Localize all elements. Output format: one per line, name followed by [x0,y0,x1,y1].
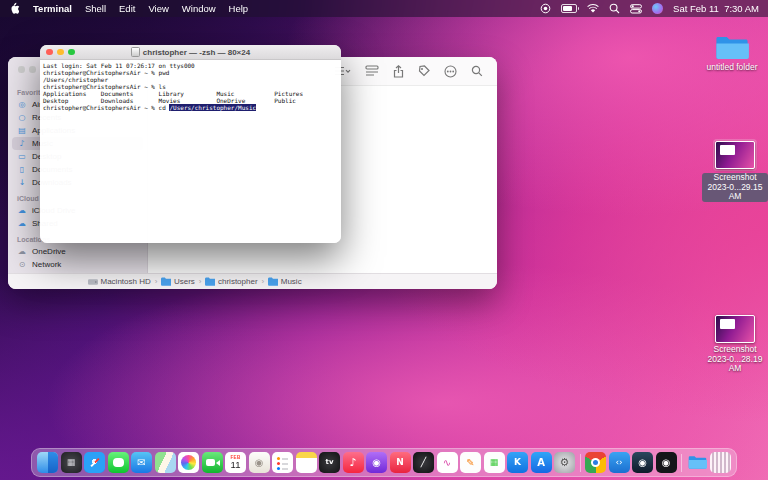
shared-icon: ☁ [17,219,27,228]
downloads-icon: ↓ [17,178,27,187]
dock-separator [681,454,682,472]
folder-icon [715,35,749,61]
desktop-icon-screenshot-1[interactable]: Screenshot 2023-0...29.15 AM [702,139,768,202]
sidebar-item-network[interactable]: ⊙Network [12,258,143,271]
music-folder-icon [268,277,278,287]
dock-news[interactable]: N [390,452,411,473]
dock: ▦ ✉ FEB11 ◉ tv ♪ ◉ N ╱ ∿ ✎ ▦ K A ⚙ ‹› ◉ … [31,448,737,477]
screenshot-thumbnail [715,315,755,343]
dock-photos[interactable] [178,452,199,473]
dock-system-settings[interactable]: ⚙ [554,452,575,473]
dock-vscode[interactable]: ‹› [609,452,630,473]
menu-window[interactable]: Window [182,3,216,14]
terminal-line: Last login: Sat Feb 11 07:26:17 on ttys0… [43,62,338,69]
dock-calendar[interactable]: FEB11 [225,452,246,473]
dock-notes[interactable] [296,452,317,473]
minimize-button[interactable] [29,66,36,73]
dock-messages[interactable] [108,452,129,473]
control-center-icon[interactable] [630,4,642,14]
dock-pages[interactable]: ✎ [460,452,481,473]
dock-trash[interactable] [710,452,731,473]
more-options-icon[interactable] [444,65,457,78]
terminal-line: christopher@ChristophersAir ~ % pwd [43,69,338,76]
terminal-selected-text: /Users/christopher/Music [169,104,256,111]
menu-help[interactable]: Help [229,3,249,14]
dock-mail[interactable]: ✉ [131,452,152,473]
desktop[interactable]: untitled folder Screenshot 2023-0...29.1… [0,0,768,480]
spotlight-icon[interactable] [609,3,620,14]
network-icon: ⊙ [17,260,27,269]
disk-icon [88,277,98,287]
terminal-line: Applications Documents Library Music Pic… [43,90,338,97]
minimize-button[interactable] [57,49,64,56]
path-separator: › [155,277,158,286]
desktop-folder-icon: ▭ [17,152,27,161]
desktop-icon-label: Screenshot 2023-0...28.19 AM [702,345,768,374]
zoom-button[interactable] [68,49,75,56]
terminal-proxy-icon [131,47,140,57]
dock-downloads-folder[interactable] [687,452,708,473]
dock-steam[interactable]: ◉ [632,452,653,473]
dock-separator [580,454,581,472]
wifi-icon[interactable] [587,4,599,13]
desktop-icon-untitled-folder[interactable]: untitled folder [699,35,765,73]
terminal-line: /Users/christopher [43,76,338,83]
tag-icon[interactable] [418,65,430,77]
path-crumb-macintosh-hd[interactable]: Macintosh HD [88,277,151,287]
dock-facetime[interactable] [202,452,223,473]
dock-music[interactable]: ♪ [343,452,364,473]
dock-maps[interactable] [155,452,176,473]
airdrop-icon: ◎ [17,100,27,109]
path-separator: › [262,277,265,286]
dock-keynote[interactable]: K [507,452,528,473]
battery-icon[interactable] [561,4,577,13]
siri-icon[interactable] [652,3,663,14]
dock-github[interactable]: ◉ [656,452,677,473]
dock-chrome[interactable] [585,452,606,473]
app-menu-terminal[interactable]: Terminal [33,3,72,14]
desktop-icon-label: Screenshot 2023-0...29.15 AM [702,173,768,202]
dock-launchpad[interactable]: ▦ [61,452,82,473]
dock-safari[interactable] [84,452,105,473]
terminal-prompt-line: christopher@ChristophersAir ~ % cd /User… [43,104,338,111]
documents-icon: ▯ [17,165,27,174]
terminal-window[interactable]: christopher — -zsh — 80×24 Last login: S… [40,45,341,243]
sidebar-item-onedrive[interactable]: ☁OneDrive [12,245,143,258]
menu-bar: Terminal Shell Edit View Window Help Sat… [0,0,768,17]
search-icon[interactable] [471,65,483,77]
folder-icon [161,277,171,287]
menu-bar-clock[interactable]: Sat Feb 11 7:30 AM [673,3,759,14]
home-folder-icon [205,277,215,287]
apple-menu[interactable] [9,2,20,15]
dock-app-store[interactable]: A [531,452,552,473]
dock-stocks[interactable]: ╱ [413,452,434,473]
menu-view[interactable]: View [148,3,168,14]
share-icon[interactable] [393,65,404,78]
close-button[interactable] [18,66,25,73]
dock-finder[interactable] [37,452,58,473]
desktop-icon-screenshot-2[interactable]: Screenshot 2023-0...28.19 AM [702,315,768,374]
terminal-line: Desktop Downloads Movies OneDrive Public [43,97,338,104]
terminal-window-controls [46,49,75,56]
dock-tv[interactable]: tv [319,452,340,473]
dock-reminders[interactable] [272,452,293,473]
terminal-output[interactable]: Last login: Sat Feb 11 07:26:17 on ttys0… [40,60,341,113]
dock-contacts[interactable]: ◉ [249,452,270,473]
desktop-icon-label: untitled folder [706,63,757,73]
screenshot-thumbnail [715,141,755,169]
path-crumb-music[interactable]: Music [268,277,301,287]
dock-podcasts[interactable]: ◉ [366,452,387,473]
path-crumb-christopher[interactable]: christopher [205,277,257,287]
menu-edit[interactable]: Edit [119,3,135,14]
close-button[interactable] [46,49,53,56]
menu-shell[interactable]: Shell [85,3,106,14]
group-icon[interactable] [365,65,379,77]
terminal-title-bar[interactable]: christopher — -zsh — 80×24 [40,45,341,60]
dock-freeform[interactable]: ∿ [437,452,458,473]
dock-numbers[interactable]: ▦ [484,452,505,473]
terminal-line: christopher@ChristophersAir ~ % ls [43,83,338,90]
music-folder-icon: ♪ [17,139,27,148]
path-crumb-users[interactable]: Users [161,277,194,287]
applications-icon: ▤ [17,126,27,135]
screen-record-icon[interactable] [540,3,551,14]
